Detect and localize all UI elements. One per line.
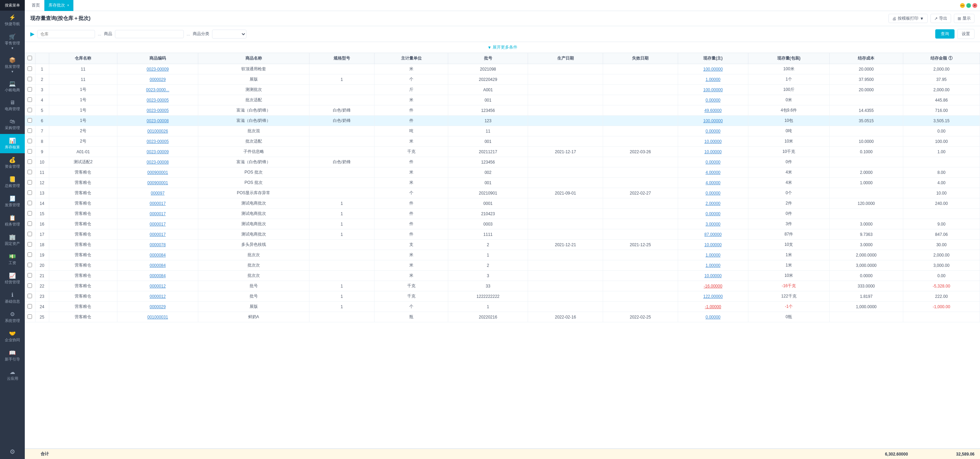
- row-checkbox[interactable]: [27, 170, 32, 174]
- row-checkbox[interactable]: [27, 77, 32, 81]
- row-checkbox[interactable]: [27, 97, 32, 102]
- qty-main-link[interactable]: 4.00000: [706, 170, 721, 175]
- qty-main-link[interactable]: 1.00000: [706, 77, 721, 82]
- sidebar-logo[interactable]: 搜索菜单: [0, 0, 25, 11]
- warehouse-filter-input[interactable]: [37, 30, 95, 38]
- print-button[interactable]: 🖨 按模板打印 ▼: [888, 14, 928, 23]
- product-code-link[interactable]: 0023-00009: [146, 150, 169, 154]
- sidebar-settings-button[interactable]: ⚙: [0, 445, 25, 459]
- product-code-link[interactable]: 0000084: [150, 253, 166, 258]
- row-checkbox[interactable]: [27, 232, 32, 236]
- row-checkbox[interactable]: [27, 139, 32, 143]
- maximize-button[interactable]: □: [966, 3, 971, 8]
- sidebar-item-快捷导航[interactable]: ⚡ 快捷导航: [0, 11, 25, 30]
- qty-main-link[interactable]: 0.00000: [706, 160, 721, 164]
- minimize-button[interactable]: —: [960, 3, 965, 8]
- row-checkbox[interactable]: [27, 159, 32, 164]
- row-checkbox[interactable]: [27, 304, 32, 309]
- expand-conditions-button[interactable]: ▼ 展开更多条件: [25, 43, 980, 52]
- qty-main-link[interactable]: 4.00000: [706, 180, 721, 185]
- product-code-link[interactable]: 0000017: [150, 222, 166, 226]
- product-code-link[interactable]: 0000029: [150, 77, 166, 82]
- settings-filter-button[interactable]: 设置: [957, 29, 975, 39]
- sidebar-item-库存核算[interactable]: 📊 库存核算: [0, 134, 25, 153]
- product-code-link[interactable]: 0023-00005: [146, 98, 169, 103]
- product-code-link[interactable]: 0000078: [150, 242, 166, 247]
- row-checkbox[interactable]: [27, 108, 32, 112]
- row-checkbox[interactable]: [27, 314, 32, 319]
- qty-main-link[interactable]: 87.00000: [704, 232, 721, 237]
- product-code-link[interactable]: 0000084: [150, 273, 166, 278]
- row-checkbox[interactable]: [27, 128, 32, 133]
- sidebar-item-基础信息[interactable]: ℹ 基础信息: [0, 288, 25, 308]
- sidebar-item-零售管理[interactable]: 🛒 零售管理 ▼: [0, 30, 25, 53]
- product-code-link[interactable]: 0023-0000...: [146, 88, 169, 92]
- row-checkbox[interactable]: [27, 67, 32, 71]
- row-checkbox[interactable]: [27, 211, 32, 215]
- qty-main-link[interactable]: 10.00000: [704, 139, 721, 144]
- product-code-link[interactable]: 0000012: [150, 294, 166, 299]
- row-checkbox[interactable]: [27, 252, 32, 257]
- qty-main-link[interactable]: 10.00000: [704, 242, 721, 247]
- product-code-link[interactable]: 001000031: [147, 315, 168, 320]
- tab-home[interactable]: 首页: [27, 0, 45, 11]
- row-checkbox[interactable]: [27, 273, 32, 277]
- close-button[interactable]: ×: [972, 3, 977, 8]
- qty-main-link[interactable]: 122.00000: [703, 294, 723, 299]
- product-code-link[interactable]: 000900001: [147, 180, 168, 185]
- product-code-link[interactable]: 0023-00009: [146, 67, 169, 72]
- qty-main-link[interactable]: 1.00000: [706, 253, 721, 258]
- display-button[interactable]: ⊞ 显示: [954, 14, 975, 23]
- row-checkbox[interactable]: [27, 87, 32, 92]
- row-checkbox[interactable]: [27, 222, 32, 226]
- row-checkbox[interactable]: [27, 190, 32, 195]
- category-filter-select[interactable]: [212, 30, 247, 38]
- product-code-link[interactable]: 0000017: [150, 232, 166, 237]
- row-checkbox[interactable]: [27, 149, 32, 154]
- row-checkbox[interactable]: [27, 180, 32, 185]
- sidebar-item-企业协同[interactable]: 🤝 企业协同: [0, 327, 25, 346]
- product-code-link[interactable]: 0023-00008: [146, 118, 169, 123]
- qty-main-link[interactable]: 100.00000: [703, 88, 723, 92]
- export-button[interactable]: ↗ 导出: [931, 14, 951, 23]
- sidebar-item-总账管理[interactable]: 📒 总账管理: [0, 172, 25, 192]
- qty-main-link[interactable]: 2.00000: [706, 201, 721, 206]
- row-checkbox[interactable]: [27, 263, 32, 267]
- sidebar-item-批发管理[interactable]: 📦 批发管理 ▼: [0, 53, 25, 77]
- product-code-link[interactable]: 0000017: [150, 212, 166, 216]
- sidebar-item-云应用[interactable]: ☁ 云应用: [0, 365, 25, 385]
- qty-main-link[interactable]: 100.00000: [703, 118, 723, 123]
- filter-collapse-arrow[interactable]: ▶: [30, 31, 34, 37]
- product-code-link[interactable]: 0000029: [150, 304, 166, 309]
- sidebar-item-经营管理[interactable]: 📈 经营管理: [0, 269, 25, 288]
- product-code-link[interactable]: 0023-00005: [146, 139, 169, 144]
- qty-main-link[interactable]: -16.00000: [703, 284, 722, 288]
- sidebar-item-系统管理[interactable]: ⚙ 系统管理: [0, 308, 25, 327]
- qty-main-link[interactable]: 0.00000: [706, 315, 721, 320]
- row-checkbox[interactable]: [27, 201, 32, 205]
- qty-main-link[interactable]: 0.00000: [706, 98, 721, 103]
- product-code-link[interactable]: 0023-00005: [146, 108, 169, 113]
- product-code-link[interactable]: 000900001: [147, 170, 168, 175]
- sidebar-item-小账电商[interactable]: 💻 小账电商: [0, 77, 25, 96]
- qty-main-link[interactable]: 10.00000: [704, 150, 721, 154]
- sidebar-item-工资[interactable]: 💵 工资: [0, 250, 25, 269]
- sidebar-item-资金管理[interactable]: 💰 资金管理: [0, 153, 25, 172]
- product-code-link[interactable]: 0000012: [150, 284, 166, 288]
- qty-main-link[interactable]: 0.00000: [706, 191, 721, 196]
- qty-main-link[interactable]: 1.00000: [706, 263, 721, 268]
- product-code-link[interactable]: 0023-00008: [146, 160, 169, 164]
- sidebar-item-固定资产[interactable]: 🏢 固定资产: [0, 230, 25, 250]
- product-code-link[interactable]: 0000017: [150, 201, 166, 206]
- product-filter-input[interactable]: [115, 30, 184, 38]
- row-checkbox[interactable]: [27, 118, 32, 123]
- row-checkbox[interactable]: [27, 242, 32, 247]
- qty-main-link[interactable]: 3.00000: [706, 222, 721, 226]
- row-checkbox[interactable]: [27, 284, 32, 288]
- tab-inventory-batch[interactable]: 库存批次 ×: [45, 0, 74, 11]
- search-button[interactable]: 查询: [935, 29, 955, 38]
- sidebar-item-新手引导[interactable]: 📖 新手引导: [0, 346, 25, 365]
- row-checkbox[interactable]: [27, 294, 32, 298]
- product-code-link[interactable]: 001000026: [147, 129, 168, 134]
- sidebar-item-发票管理[interactable]: 🧾 发票管理: [0, 192, 25, 211]
